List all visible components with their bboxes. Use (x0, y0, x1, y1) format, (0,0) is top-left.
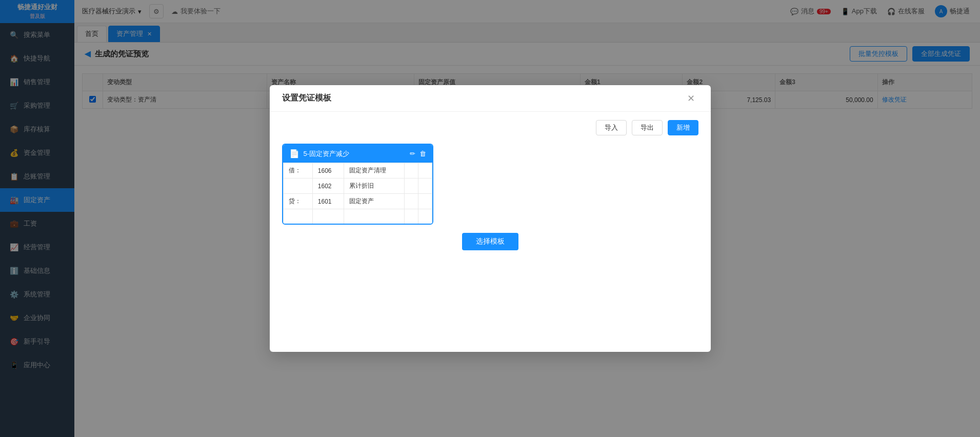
template-row-3 (283, 209, 432, 224)
t-debit-0 (404, 163, 418, 178)
template-row-2: 贷： 1601 固定资产 (283, 194, 432, 209)
edit-template-icon[interactable]: ✏ (410, 150, 415, 157)
t-name-1: 累计折旧 (344, 178, 404, 194)
template-card-actions: ✏ 🗑 (410, 150, 426, 157)
t-credit-1 (418, 178, 432, 194)
template-body: 借： 1606 固定资产清理 1602 累计折旧 (283, 163, 432, 224)
template-row-1: 1602 累计折旧 (283, 178, 432, 194)
t-name-2: 固定资产 (344, 194, 404, 209)
t-direction-0: 借： (283, 163, 312, 178)
template-name: 5-固定资产减少 (304, 149, 350, 158)
t-name-0: 固定资产清理 (344, 163, 404, 178)
t-debit-2 (404, 194, 418, 209)
modal-overlay: 设置凭证模板 ✕ 导入 导出 新增 📄 5-固定资产减少 ✏ (0, 0, 980, 437)
import-button[interactable]: 导入 (596, 120, 627, 135)
t-code-0: 1606 (312, 163, 344, 178)
export-button[interactable]: 导出 (632, 120, 663, 135)
template-fullname: 固定资产减少 (309, 150, 349, 157)
select-template-button[interactable]: 选择模板 (462, 233, 518, 250)
template-card-header: 📄 5-固定资产减少 ✏ 🗑 (283, 145, 432, 163)
modal: 设置凭证模板 ✕ 导入 导出 新增 📄 5-固定资产减少 ✏ (270, 85, 711, 352)
t-credit-2 (418, 194, 432, 209)
t-direction-3 (283, 209, 312, 224)
t-name-3 (344, 209, 404, 224)
t-code-1: 1602 (312, 178, 344, 194)
t-credit-3 (418, 209, 432, 224)
modal-body: 📄 5-固定资产减少 ✏ 🗑 借： (270, 144, 711, 263)
modal-toolbar: 导入 导出 新增 (270, 112, 711, 144)
template-doc-icon: 📄 (289, 149, 299, 158)
modal-title: 设置凭证模板 (282, 93, 331, 104)
new-button[interactable]: 新增 (668, 120, 698, 135)
template-row-0: 借： 1606 固定资产清理 (283, 163, 432, 178)
t-direction-1 (283, 178, 312, 194)
template-card-header-left: 📄 5-固定资产减少 (289, 149, 350, 158)
modal-header: 设置凭证模板 ✕ (270, 85, 711, 112)
t-code-2: 1601 (312, 194, 344, 209)
template-table: 借： 1606 固定资产清理 1602 累计折旧 (283, 163, 432, 224)
template-card: 📄 5-固定资产减少 ✏ 🗑 借： (282, 144, 433, 225)
t-debit-3 (404, 209, 418, 224)
delete-template-icon[interactable]: 🗑 (419, 150, 426, 157)
template-id: 5 (304, 150, 307, 157)
t-credit-0 (418, 163, 432, 178)
t-direction-2: 贷： (283, 194, 312, 209)
t-code-3 (312, 209, 344, 224)
modal-close-button[interactable]: ✕ (684, 91, 698, 106)
t-debit-1 (404, 178, 418, 194)
